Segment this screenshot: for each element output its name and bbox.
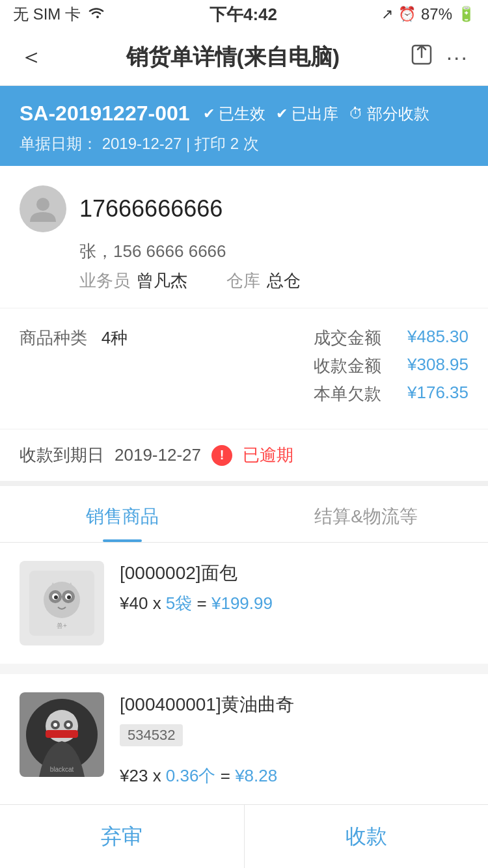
svg-point-9	[67, 595, 71, 599]
confirm-button[interactable]: 收款	[245, 805, 489, 868]
svg-rect-20	[46, 730, 78, 738]
customer-meta: 业务员 曾凡杰 仓库 总仓	[79, 269, 468, 292]
header-banner: SA-20191227-001 ✔ 已生效 ✔ 已出库 ⏱ 部分收款 单据日期：…	[0, 86, 488, 166]
status-partial-received: ⏱ 部分收款	[349, 103, 429, 124]
received-row: 收款金额 ¥308.95	[314, 355, 468, 377]
salesman-item: 业务员 曾凡杰	[79, 269, 187, 292]
summary-section: 商品种类 4种 成交金额 ¥485.30 收款金额 ¥308.95 本单欠款 ¥…	[0, 308, 488, 429]
due-date-section: 收款到期日 2019-12-27 ! 已逾期	[0, 429, 488, 486]
due-date-label: 收款到期日	[20, 444, 104, 467]
svg-point-18	[53, 723, 57, 727]
print-count: 2	[230, 135, 239, 152]
salesman-value: 曾凡杰	[137, 269, 187, 292]
date-value: 2019-12-27	[102, 135, 182, 152]
product-name-bread: [0000002]面包	[120, 561, 468, 586]
carrier-text: 无 SIM 卡	[13, 4, 81, 25]
salesman-label: 业务员	[79, 269, 130, 292]
owed-label: 本单欠款	[314, 383, 381, 405]
status-bar-time: 下午4:42	[210, 3, 277, 26]
warehouse-item: 仓库 总仓	[226, 269, 301, 292]
date-label: 单据日期：	[20, 135, 98, 152]
warehouse-value: 总仓	[267, 269, 301, 292]
nav-right-icons: ···	[410, 43, 468, 71]
owed-row: 本单欠款 ¥176.35	[314, 383, 468, 405]
cancel-button[interactable]: 弃审	[0, 805, 245, 868]
svg-point-19	[66, 723, 70, 727]
banner-date-row: 单据日期： 2019-12-27 | 打印 2 次	[20, 133, 468, 154]
summary-left: 商品种类 4种	[20, 327, 128, 349]
kind-value: 4种	[102, 328, 128, 347]
cookies-price: ¥23	[120, 766, 148, 785]
deal-value: ¥485.30	[407, 327, 468, 349]
svg-point-3	[44, 582, 80, 618]
bread-qty: 5袋	[166, 593, 192, 613]
svg-text:blackcat: blackcat	[50, 766, 74, 773]
clock-icon: ⏱	[349, 105, 363, 122]
cookies-qty: 0.36个	[166, 766, 216, 785]
more-icon[interactable]: ···	[446, 44, 468, 70]
kind-label: 商品种类	[20, 328, 87, 347]
back-button[interactable]: ＜	[20, 34, 56, 79]
customer-detail: 张，156 6666 6666	[79, 240, 468, 263]
bread-total: ¥199.99	[211, 593, 273, 613]
product-price-cookies: ¥23 x 0.36个 = ¥8.28	[120, 765, 468, 787]
alarm-icon: ⏰	[398, 6, 416, 23]
svg-point-8	[54, 595, 58, 599]
nav-bar: ＜ 销货单详情(来自电脑) ···	[0, 29, 488, 86]
status-badges: ✔ 已生效 ✔ 已出库 ⏱ 部分收款	[203, 103, 429, 124]
product-image-bread: 兽+	[20, 561, 104, 645]
battery-text: 87%	[421, 5, 452, 23]
product-image-cookies: blackcat	[20, 692, 104, 777]
customer-id: 17666666666	[79, 195, 223, 223]
received-value: ¥308.95	[407, 355, 468, 377]
status-bar: 无 SIM 卡 下午4:42 ↗ ⏰ 87% 🔋	[0, 0, 488, 29]
svg-point-1	[36, 198, 49, 211]
summary-right: 成交金额 ¥485.30 收款金额 ¥308.95 本单欠款 ¥176.35	[314, 327, 468, 411]
customer-section: 17666666666 张，156 6666 6666 业务员 曾凡杰 仓库 总…	[0, 166, 488, 308]
due-date-value: 2019-12-27	[115, 445, 201, 465]
customer-row: 17666666666	[20, 185, 468, 232]
product-tag-cookies: 534532	[120, 724, 183, 746]
avatar	[20, 185, 66, 232]
warehouse-label: 仓库	[226, 269, 260, 292]
status-bar-right: ↗ ⏰ 87% 🔋	[381, 5, 475, 23]
tab-sales-products[interactable]: 销售商品	[0, 486, 244, 542]
bottom-bar: 弃审 收款	[0, 804, 488, 868]
tab-settlement[interactable]: 结算&物流等	[244, 486, 488, 542]
location-icon: ↗	[381, 6, 393, 23]
tabs-section: 销售商品 结算&物流等	[0, 486, 488, 543]
print-suffix: 次	[243, 135, 259, 152]
overdue-icon: !	[211, 445, 232, 466]
cookies-total: ¥8.28	[235, 766, 277, 785]
share-icon[interactable]	[410, 43, 433, 71]
check-icon-1: ✔	[203, 105, 215, 122]
owed-value: ¥176.35	[407, 383, 468, 405]
check-icon-2: ✔	[276, 105, 288, 122]
deal-row: 成交金额 ¥485.30	[314, 327, 468, 349]
list-item: 兽+ [0000002]面包 ¥40 x 5袋 = ¥199.99	[0, 543, 488, 664]
battery-icon: 🔋	[457, 6, 475, 23]
product-price-bread: ¥40 x 5袋 = ¥199.99	[120, 592, 468, 615]
order-number: SA-20191227-001	[20, 102, 190, 126]
wifi-icon	[87, 5, 105, 23]
status-effective: ✔ 已生效	[203, 103, 265, 124]
page-title: 销货单详情(来自电脑)	[56, 42, 410, 72]
print-label: | 打印	[186, 135, 226, 152]
svg-text:兽+: 兽+	[57, 622, 67, 629]
bread-price: ¥40	[120, 593, 148, 613]
product-info-bread: [0000002]面包 ¥40 x 5袋 = ¥199.99	[120, 561, 468, 645]
banner-row1: SA-20191227-001 ✔ 已生效 ✔ 已出库 ⏱ 部分收款	[20, 102, 468, 126]
deal-label: 成交金额	[314, 327, 381, 349]
overdue-text: 已逾期	[243, 444, 293, 467]
received-label: 收款金额	[314, 355, 381, 377]
list-item: blackcat [000400001]黄油曲奇 534532 ¥23 x 0.…	[0, 674, 488, 806]
status-shipped: ✔ 已出库	[276, 103, 338, 124]
status-bar-left: 无 SIM 卡	[13, 4, 105, 25]
product-info-cookies: [000400001]黄油曲奇 534532 ¥23 x 0.36个 = ¥8.…	[120, 692, 468, 787]
product-name-cookies: [000400001]黄油曲奇	[120, 692, 468, 717]
